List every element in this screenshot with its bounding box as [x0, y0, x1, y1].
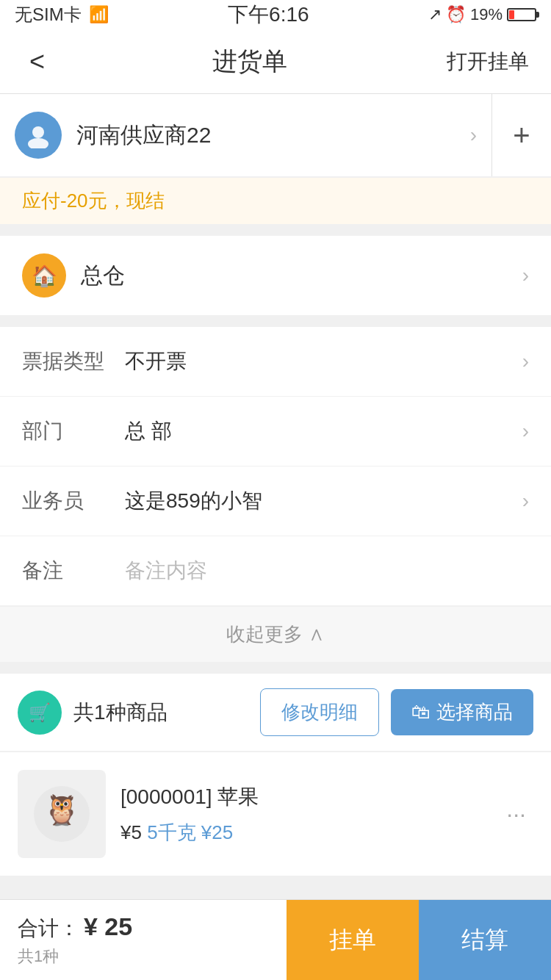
department-value: 总 部	[110, 417, 515, 445]
product-card: 🦉 [0000001] 苹果 ¥5 5千克 ¥25 ···	[0, 752, 551, 876]
invoice-type-label: 票据类型	[22, 347, 110, 375]
invoice-type-value: 不开票	[110, 347, 515, 375]
product-thumbnail: 🦉	[18, 770, 106, 858]
invoice-type-row[interactable]: 票据类型 不开票 ›	[0, 327, 551, 397]
total-section: 合计： ¥ 25 共1种	[0, 900, 287, 980]
chevron-right-icon: ›	[522, 489, 529, 513]
supplier-selector[interactable]: 河南供应商22 ›	[0, 94, 492, 176]
edit-detail-button[interactable]: 修改明细	[260, 688, 379, 736]
more-options-button[interactable]: ···	[499, 793, 533, 835]
status-left: 无SIM卡 📶	[15, 3, 109, 26]
alarm-icon: ⏰	[446, 5, 466, 24]
chevron-right-icon: ›	[522, 350, 529, 373]
notice-bar: 应付-20元，现结	[0, 178, 551, 224]
total-count: 共1种	[18, 945, 269, 968]
department-row[interactable]: 部门 总 部 ›	[0, 397, 551, 466]
product-total: ¥25	[201, 821, 233, 843]
collapse-label: 收起更多 ∧	[226, 623, 324, 645]
unit-price: ¥5	[120, 821, 142, 843]
quantity: 5千克	[147, 821, 195, 843]
chevron-right-icon: ›	[522, 419, 529, 443]
warehouse-icon: 🏠	[22, 253, 66, 298]
product-info: [0000001] 苹果 ¥5 5千克 ¥25	[120, 783, 484, 846]
battery-percent: 19%	[470, 5, 503, 24]
total-label: 合计：	[18, 915, 79, 943]
chevron-right-icon: ›	[470, 123, 477, 147]
product-code: [0000001]	[120, 785, 212, 808]
warehouse-selector[interactable]: 🏠 总仓 ›	[0, 236, 551, 315]
checkout-button[interactable]: 结算	[419, 900, 551, 980]
nav-bar: < 进货单 打开挂单	[0, 29, 551, 94]
cart-icon: 🛍	[411, 701, 431, 724]
hang-order-button[interactable]: 挂单	[287, 900, 419, 980]
remark-row[interactable]: 备注 备注内容	[0, 536, 551, 605]
total-amount: ¥ 25	[84, 912, 132, 941]
product-title: 苹果	[217, 785, 259, 808]
product-header: 🛒 共1种商品 修改明细 🛍 选择商品	[0, 674, 551, 751]
product-count-label: 共1种商品	[73, 699, 248, 727]
chevron-right-icon: ›	[522, 264, 529, 287]
warehouse-name: 总仓	[81, 261, 515, 291]
remark-label: 备注	[22, 557, 110, 585]
department-label: 部门	[22, 417, 110, 445]
svg-text:🦉: 🦉	[43, 792, 80, 827]
salesperson-row[interactable]: 业务员 这是859的小智 ›	[0, 466, 551, 536]
page-title: 进货单	[212, 45, 287, 79]
open-hang-button[interactable]: 打开挂单	[447, 48, 529, 76]
svg-point-1	[28, 138, 48, 148]
select-product-button[interactable]: 🛍 选择商品	[391, 689, 533, 735]
notice-text: 应付-20元，现结	[22, 190, 165, 212]
svg-point-0	[32, 126, 44, 138]
add-supplier-button[interactable]: +	[492, 94, 551, 176]
collapse-bar[interactable]: 收起更多 ∧	[0, 607, 551, 662]
form-section: 票据类型 不开票 › 部门 总 部 › 业务员 这是859的小智 › 备注 备注…	[0, 327, 551, 605]
salesperson-value: 这是859的小智	[110, 487, 515, 515]
carrier-text: 无SIM卡	[15, 3, 82, 26]
supplier-section: 河南供应商22 › +	[0, 94, 551, 176]
supplier-name: 河南供应商22	[76, 120, 463, 151]
wifi-icon: 📶	[89, 5, 109, 24]
product-name: [0000001] 苹果	[120, 783, 484, 811]
supplier-avatar	[15, 112, 62, 159]
status-time: 下午6:16	[228, 1, 309, 29]
product-price: ¥5 5千克 ¥25	[120, 820, 484, 846]
battery-icon	[507, 8, 536, 21]
status-bar: 无SIM卡 📶 下午6:16 ↗ ⏰ 19%	[0, 0, 551, 29]
remark-placeholder: 备注内容	[110, 557, 529, 585]
back-button[interactable]: <	[22, 39, 52, 84]
product-section-icon: 🛒	[18, 691, 62, 735]
status-right: ↗ ⏰ 19%	[428, 5, 536, 24]
bottom-bar: 合计： ¥ 25 共1种 挂单 结算	[0, 899, 551, 980]
location-icon: ↗	[428, 5, 442, 24]
salesperson-label: 业务员	[22, 487, 110, 515]
